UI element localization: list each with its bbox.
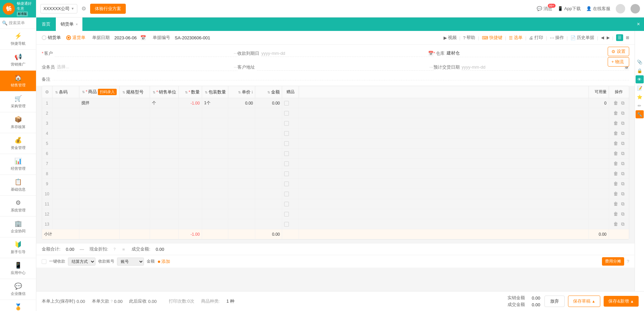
discount-info-icon[interactable]: ? <box>114 247 116 251</box>
row-spec[interactable] <box>119 139 150 149</box>
copy-row-icon[interactable]: ⧉ <box>620 151 626 156</box>
delete-row-icon[interactable]: 🗑 <box>612 130 619 136</box>
row-pkg-qty[interactable] <box>202 189 228 199</box>
right-btn-note[interactable]: 📝 <box>636 84 644 92</box>
copy-row-icon[interactable]: ⧉ <box>620 181 626 186</box>
row-qty[interactable] <box>178 219 202 229</box>
row-gift[interactable] <box>282 209 299 219</box>
row-gift[interactable] <box>282 169 299 179</box>
row-barcode[interactable] <box>52 128 79 139</box>
row-spec[interactable] <box>119 189 150 199</box>
row-product[interactable] <box>79 139 119 149</box>
row-amount[interactable] <box>255 139 282 149</box>
shortcut-btn[interactable]: ⌨ 快捷键 <box>482 35 502 41</box>
row-spec[interactable] <box>119 149 150 159</box>
th-qty-sort-icon[interactable]: ⇅ <box>185 90 188 94</box>
delete-row-icon[interactable]: 🗑 <box>612 110 619 116</box>
copy-row-icon[interactable]: ⧉ <box>620 161 626 166</box>
delete-row-icon[interactable]: 🗑 <box>612 120 619 126</box>
row-pkg-qty[interactable]: 1个 <box>202 98 228 108</box>
copy-row-icon[interactable]: ⧉ <box>620 141 626 146</box>
row-unit[interactable] <box>150 159 178 169</box>
th-amount-sort-icon[interactable]: ⇅ <box>267 90 270 94</box>
settings-btn[interactable]: ⚙ 设置 <box>608 47 629 56</box>
sidebar-item-wechat[interactable]: 💬 企业微信 <box>0 279 36 300</box>
gift-checkbox[interactable] <box>284 192 289 196</box>
row-pkg-qty[interactable] <box>202 219 228 229</box>
row-product[interactable] <box>79 199 119 209</box>
row-barcode[interactable] <box>52 98 79 108</box>
copy-row-icon[interactable]: ⧉ <box>620 171 626 176</box>
row-amount[interactable] <box>255 108 282 118</box>
row-product[interactable] <box>79 219 119 229</box>
row-unit[interactable] <box>150 189 178 199</box>
row-barcode[interactable] <box>52 189 79 199</box>
next-record-btn[interactable]: ▶ <box>607 35 610 40</box>
tab-close-icon[interactable]: × <box>76 22 78 26</box>
row-product[interactable]: 搅拌 <box>79 98 119 108</box>
row-price[interactable] <box>228 169 255 179</box>
row-unit[interactable] <box>150 108 178 118</box>
expense-split-btn[interactable]: 费用分摊 <box>602 257 624 266</box>
tab-sales-order[interactable]: 销货单 × <box>56 17 82 31</box>
row-price[interactable] <box>228 108 255 118</box>
row-product[interactable] <box>79 169 119 179</box>
row-amount[interactable] <box>255 209 282 219</box>
copy-row-icon[interactable]: ⧉ <box>620 211 626 217</box>
row-pkg-qty[interactable] <box>202 108 228 118</box>
radio-return-order[interactable]: 退货单 <box>66 35 85 41</box>
row-spec[interactable] <box>119 159 150 169</box>
row-unit[interactable] <box>150 209 178 219</box>
row-barcode[interactable] <box>52 159 79 169</box>
th-product-sort-icon[interactable]: ⇅ <box>82 90 85 94</box>
th-price-sort-icon[interactable]: ⇅ <box>238 90 241 94</box>
row-product[interactable] <box>79 159 119 169</box>
row-gift[interactable] <box>282 149 299 159</box>
discard-button[interactable]: 放弃 <box>544 296 565 307</box>
row-gift[interactable] <box>282 159 299 169</box>
row-pkg-qty[interactable] <box>202 118 228 128</box>
row-pkg-qty[interactable] <box>202 139 228 149</box>
payment-method-select[interactable]: 结算方式 <box>68 258 96 266</box>
row-gift[interactable] <box>282 139 299 149</box>
row-price[interactable] <box>228 209 255 219</box>
online-service-button[interactable]: 👤 在线客服 <box>586 6 610 12</box>
sidebar-search[interactable]: 🔍 搜索菜单 <box>0 17 36 29</box>
row-amount[interactable] <box>255 199 282 209</box>
copy-row-icon[interactable]: ⧉ <box>620 100 626 106</box>
th-gear[interactable]: ⚙ <box>42 86 52 98</box>
row-unit[interactable] <box>150 169 178 179</box>
copy-row-icon[interactable]: ⧉ <box>620 120 626 126</box>
row-amount[interactable]: 0.00 <box>255 98 282 108</box>
right-btn-star[interactable]: ⭐ <box>636 93 644 101</box>
row-pkg-qty[interactable] <box>202 199 228 209</box>
action-btn[interactable]: ⋯ 操作 <box>550 35 564 41</box>
row-pkg-qty[interactable] <box>202 159 228 169</box>
row-pkg-qty[interactable] <box>202 169 228 179</box>
copy-row-icon[interactable]: ⧉ <box>620 201 626 206</box>
row-spec[interactable] <box>119 108 150 118</box>
row-barcode[interactable] <box>52 199 79 209</box>
row-spec[interactable] <box>119 98 150 108</box>
history-btn[interactable]: 📄 历史单据 <box>570 35 594 41</box>
row-gift[interactable] <box>282 108 299 118</box>
sidebar-item-purchase[interactable]: 🛒 采购管理 <box>0 91 36 112</box>
row-amount[interactable] <box>255 118 282 128</box>
row-gift[interactable] <box>282 219 299 229</box>
row-barcode[interactable] <box>52 139 79 149</box>
row-product[interactable] <box>79 128 119 139</box>
row-barcode[interactable] <box>52 149 79 159</box>
row-spec[interactable] <box>119 199 150 209</box>
gift-checkbox[interactable] <box>284 161 289 166</box>
view-grid-btn[interactable]: ⊞ <box>626 35 629 40</box>
th-pkg-sort-icon[interactable]: ⇅ <box>205 90 207 94</box>
user-avatar[interactable] <box>616 4 625 13</box>
row-product[interactable] <box>79 179 119 189</box>
message-button[interactable]: 💬 消息 99+ <box>537 6 552 12</box>
gift-checkbox[interactable] <box>284 222 289 227</box>
select-btn[interactable]: ☰ 选单 <box>509 35 523 41</box>
salesman-input-area[interactable]: 选择... ··· <box>57 63 237 71</box>
view-list-btn[interactable]: ☰ <box>616 34 623 41</box>
payment-date-cal-icon[interactable]: 📅 <box>428 51 433 56</box>
delete-row-icon[interactable]: 🗑 <box>612 161 619 166</box>
